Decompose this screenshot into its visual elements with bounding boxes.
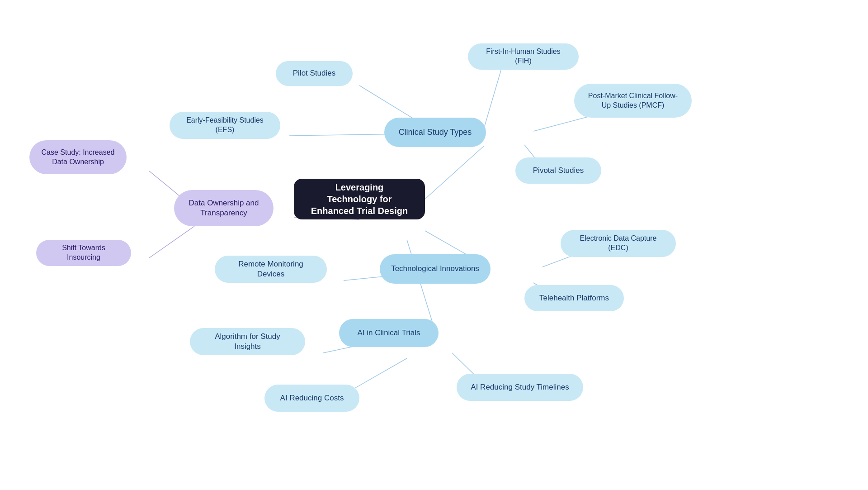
data-ownership-node[interactable]: Data Ownership and Transparency	[174, 190, 274, 226]
early-feasibility-node[interactable]: Early-Feasibility Studies (EFS)	[170, 112, 280, 139]
center-node[interactable]: Leveraging Technology for Enhanced Trial…	[294, 179, 425, 219]
algorithm-study-node[interactable]: Algorithm for Study Insights	[190, 328, 305, 355]
pilot-studies-node[interactable]: Pilot Studies	[276, 61, 353, 86]
post-market-node[interactable]: Post-Market Clinical Follow-Up Studies (…	[574, 84, 692, 118]
remote-monitoring-node[interactable]: Remote Monitoring Devices	[215, 256, 327, 283]
case-study-node[interactable]: Case Study: Increased Data Ownership	[29, 140, 127, 174]
telehealth-platforms-node[interactable]: Telehealth Platforms	[524, 285, 624, 311]
tech-innovations-node[interactable]: Technological Innovations	[380, 254, 491, 284]
ai-reducing-costs-node[interactable]: AI Reducing Costs	[264, 385, 359, 412]
svg-line-6	[484, 67, 502, 129]
first-in-human-node[interactable]: First-In-Human Studies (FIH)	[468, 43, 579, 70]
ai-reducing-timelines-node[interactable]: AI Reducing Study Timelines	[457, 374, 583, 401]
mindmap-container: Leveraging Technology for Enhanced Trial…	[0, 0, 868, 490]
electronic-data-capture-node[interactable]: Electronic Data Capture (EDC)	[561, 230, 676, 257]
clinical-study-types-node[interactable]: Clinical Study Types	[384, 118, 486, 147]
svg-line-13	[407, 240, 435, 330]
shift-insourcing-node[interactable]: Shift Towards Insourcing	[36, 240, 131, 266]
ai-clinical-trials-node[interactable]: AI in Clinical Trials	[339, 319, 439, 347]
svg-line-2	[149, 226, 194, 258]
svg-line-3	[425, 146, 484, 199]
pivotal-studies-node[interactable]: Pivotal Studies	[515, 157, 601, 184]
connections-svg	[0, 0, 868, 490]
